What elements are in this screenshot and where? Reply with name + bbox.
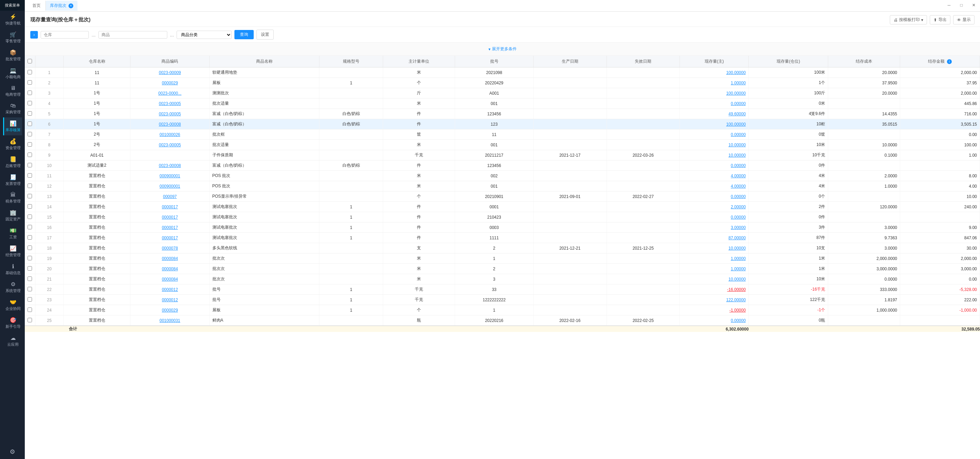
warehouse-input[interactable] (41, 31, 89, 38)
row-unit-cost: 3,000.0000 (828, 264, 900, 274)
close-button[interactable]: ✕ (967, 0, 980, 10)
tab-active[interactable]: 库存批次 × (46, 1, 78, 11)
tab-home[interactable]: 首页 (27, 1, 46, 11)
sidebar-item-新手引导[interactable]: 🎯新手引导 (3, 314, 22, 332)
total-cost-info-icon[interactable]: i (947, 59, 952, 64)
row-checkbox-3[interactable] (27, 101, 32, 105)
row-index: 3 (35, 88, 63, 99)
sidebar-item-批发管理[interactable]: 📦批发管理 (3, 46, 22, 64)
show-button[interactable]: 👁 显示 (953, 15, 975, 24)
select-all-checkbox[interactable] (27, 59, 32, 63)
row-checkbox-cell (25, 212, 35, 222)
search-button[interactable]: 查询 (234, 30, 254, 39)
row-checkbox-10[interactable] (27, 173, 32, 178)
row-checkbox-6[interactable] (27, 132, 32, 136)
row-checkbox-15[interactable] (27, 225, 32, 230)
export-button[interactable]: ⬆ 导出 (930, 15, 950, 24)
row-index: 11 (35, 171, 63, 181)
row-qty-store: 10米 (749, 140, 828, 150)
row-qty-store: 2件 (749, 202, 828, 212)
sidebar-item-电商管理[interactable]: 🖥电商管理 (3, 82, 22, 100)
sidebar-search[interactable]: 搜索菜单 (0, 0, 25, 11)
row-checkbox-11[interactable] (27, 183, 32, 188)
row-index: 15 (35, 212, 63, 222)
sidebar-settings-button[interactable]: ⚙ (0, 445, 25, 459)
row-checkbox-cell (25, 181, 35, 191)
row-checkbox-5[interactable] (27, 121, 32, 126)
sidebar-item-税务管理[interactable]: 🏛税务管理 (3, 189, 22, 207)
row-unit: 米 (383, 99, 455, 109)
row-unit-cost: 2.0000 (828, 171, 900, 181)
row-checkbox-19[interactable] (27, 266, 32, 271)
tab-close-button[interactable]: × (68, 3, 73, 8)
sidebar-item-发票管理[interactable]: 🧾发票管理 (3, 171, 22, 189)
sidebar-item-库存核算[interactable]: 📊库存核算 (3, 118, 22, 135)
sidebar-item-采购管理[interactable]: 🛍采购管理 (3, 100, 22, 118)
table-row: 16 置置档仓 0000017 测试电塞批次 1 件 0003 3.00000 … (25, 222, 980, 233)
row-total-cost: 3,000.00 (900, 264, 980, 274)
row-spec (319, 88, 383, 99)
row-checkbox-24[interactable] (27, 318, 32, 322)
filter-arrow-btn[interactable]: › (30, 31, 38, 38)
minimize-button[interactable]: ─ (943, 0, 955, 10)
row-unit-cost (828, 191, 900, 202)
sidebar-icon-2: 📦 (10, 49, 16, 56)
row-batch: 20220429 (455, 78, 533, 88)
sidebar-item-系统管理[interactable]: ⚙系统管理 (3, 278, 22, 296)
sidebar-item-零售管理[interactable]: 🛒零售管理 (3, 29, 22, 46)
row-checkbox-7[interactable] (27, 142, 32, 147)
sidebar-item-总账管理[interactable]: 📒总账管理 (3, 153, 22, 171)
row-name: 批次适量 (209, 140, 319, 150)
row-checkbox-13[interactable] (27, 204, 32, 209)
sidebar-item-快捷导航[interactable]: ⚡快捷导航 (3, 11, 22, 29)
row-checkbox-18[interactable] (27, 256, 32, 260)
row-checkbox-22[interactable] (27, 297, 32, 302)
row-checkbox-1[interactable] (27, 80, 32, 85)
row-qty-main: 0.00000 (680, 191, 749, 202)
maximize-button[interactable]: □ (955, 0, 967, 10)
row-qty-store: 1个 (749, 78, 828, 88)
row-name: 批次次 (209, 264, 319, 274)
row-checkbox-4[interactable] (27, 111, 32, 116)
sidebar-item-云应用[interactable]: ☁云应用 (3, 332, 22, 350)
sidebar-item-资金管理[interactable]: 💰资金管理 (3, 135, 22, 153)
set-button[interactable]: 设置 (256, 30, 274, 40)
row-checkbox-20[interactable] (27, 276, 32, 281)
product-input[interactable] (99, 31, 167, 38)
row-checkbox-23[interactable] (27, 308, 32, 312)
expand-conditions-button[interactable]: ▾ 展开更多条件 (488, 45, 517, 53)
row-checkbox-2[interactable] (27, 91, 32, 95)
row-qty-main: 10.00000 (680, 243, 749, 253)
table-row: 19 置置档仓 0000084 批次次 米 1 1.00000 1米 2,000… (25, 253, 980, 264)
row-checkbox-12[interactable] (27, 194, 32, 198)
sidebar-icon-1: 🛒 (10, 31, 16, 38)
sidebar-item-经营管理[interactable]: 📈经营管理 (3, 242, 22, 260)
row-unit: 件 (383, 222, 455, 233)
row-checkbox-0[interactable] (27, 70, 32, 74)
row-total-cost: 445.86 (900, 99, 980, 109)
row-exp-date (606, 161, 680, 171)
row-checkbox-21[interactable] (27, 287, 32, 291)
row-checkbox-8[interactable] (27, 153, 32, 157)
row-checkbox-9[interactable] (27, 163, 32, 167)
sidebar-item-基础信息[interactable]: ℹ基础信息 (3, 260, 22, 278)
sidebar-item-固定资产[interactable]: 🏢固定资产 (3, 207, 22, 225)
sidebar-item-小额电商[interactable]: 💻小额电商 (3, 64, 22, 82)
sidebar-item-企业协同[interactable]: 🤝企业协同 (3, 296, 22, 314)
row-checkbox-17[interactable] (27, 245, 32, 250)
row-warehouse: 置置档仓 (63, 202, 130, 212)
row-qty-main: 0.00000 (680, 99, 749, 109)
row-spec (319, 191, 383, 202)
category-select[interactable]: 商品分类 (177, 31, 232, 39)
print-button[interactable]: 🖨 按模板打印 ▾ (890, 15, 927, 24)
row-code: 0000017 (130, 202, 209, 212)
row-code: 0000029 (130, 78, 209, 88)
row-qty-store: 0件 (749, 161, 828, 171)
row-code: 000900001 (130, 181, 209, 191)
row-checkbox-16[interactable] (27, 235, 32, 240)
row-warehouse: 置置档仓 (63, 191, 130, 202)
row-checkbox-14[interactable] (27, 215, 32, 219)
sidebar-item-工资[interactable]: 💵工资 (3, 225, 22, 242)
table-container[interactable]: 仓库名称 商品编码 商品名称 规格型号 主计量单位 批号 生产日期 失效日期 现… (25, 56, 980, 459)
row-checkbox-cell (25, 78, 35, 88)
